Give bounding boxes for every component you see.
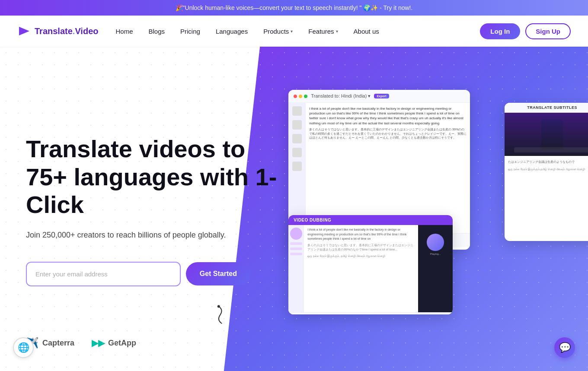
person-silhouette (541, 119, 563, 149)
svg-marker-0 (19, 27, 29, 35)
logo-text: Translate.Video (35, 26, 98, 36)
avatar (427, 234, 444, 251)
chat-button[interactable]: 💬 (554, 337, 575, 358)
globe-button[interactable]: 🌐 (13, 337, 34, 358)
hero-left: Translate videos to 75+ languages with 1… (0, 101, 306, 320)
nav-links: Home Blogs Pricing Languages Products ▾ … (115, 28, 480, 35)
dubbing-line-2: 多くの人はそうではないと思います。基本的に工場のデザインまたはエンジニアリング会… (307, 243, 415, 252)
mockup-header: Translated to: Hindi (India) ▾ Export (288, 90, 470, 103)
mockup-subtitles: TRANSLATE SUBTITLES たはエンジニアリング会議は生産のようなも… (505, 103, 588, 241)
minimize-dot (299, 95, 302, 98)
nav-link-pricing[interactable]: Pricing (180, 28, 200, 35)
subtitles-video (505, 113, 588, 156)
subtitles-video-inner (505, 113, 588, 156)
hero-cta: Get Started (26, 262, 251, 286)
maximize-dot (304, 95, 307, 98)
sidebar-item-5 (292, 162, 302, 171)
subtitle-line-2: ஒரு நல்ல நேரம் இருக்கும்,தமிழ் மொழி மிகவ… (508, 167, 588, 171)
features-chevron-icon: ▾ (336, 29, 338, 34)
sidebar-item-4 (292, 148, 302, 157)
mockup-container: Translated to: Hindi (India) ▾ Export (288, 90, 588, 332)
subtitle-line-1: たはエンジニアリング会議は生産のようなもので (508, 159, 588, 164)
globe-icon: 🌐 (18, 342, 29, 353)
mockup-header-label: Translated to: Hindi (India) ▾ (311, 93, 371, 99)
get-started-button[interactable]: Get Started (186, 262, 251, 285)
nav-link-products[interactable]: Products ▾ (263, 28, 293, 35)
hero-right: Translated to: Hindi (India) ▾ Export (306, 81, 588, 340)
mockup-export-btn[interactable]: Export (374, 94, 389, 98)
dubbing-controls: ⏮ ⏸ ⏭ 00:01:41 / 00:09:23 (288, 312, 453, 314)
dubbing-preview: Playing... (418, 225, 453, 312)
nav-link-about[interactable]: About us (354, 28, 379, 35)
subtitles-text: たはエンジニアリング会議は生産のようなもので ஒரு நல்ல நேரம் இர… (505, 156, 588, 175)
logo-icon (17, 24, 31, 38)
window-controls (294, 95, 307, 98)
nav-link-home[interactable]: Home (115, 28, 133, 35)
chat-icon: 💬 (559, 342, 571, 353)
dubbing-body: I think a lot of people don't like me ba… (288, 225, 453, 312)
scroll-squiggle (205, 300, 236, 333)
sidebar-item-2 (292, 120, 302, 130)
dubbing-sidebar (288, 225, 304, 312)
top-banner: 🎉"Unlock human-like voices—convert your … (0, 0, 588, 16)
nav-link-features[interactable]: Features ▾ (308, 28, 338, 35)
close-dot (294, 95, 297, 98)
nav-buttons: Log In Sign Up (480, 23, 571, 39)
dubbing-line-1: I think a lot of people don't like me ba… (307, 228, 415, 241)
email-input[interactable] (26, 262, 181, 286)
dubbing-header: VIDEO DUBBING (288, 215, 453, 225)
dubbing-line-3: ஒரு நல்ல நேரம் இருக்கும், தமிழ் மொழி மிக… (307, 254, 415, 259)
dubbing-content: I think a lot of people don't like me ba… (304, 225, 418, 312)
products-chevron-icon: ▾ (291, 29, 293, 34)
nav-link-languages[interactable]: Languages (216, 28, 248, 35)
navbar: Translate.Video Home Blogs Pricing Langu… (0, 16, 588, 47)
signup-button[interactable]: Sign Up (525, 23, 571, 39)
nav-link-blogs[interactable]: Blogs (149, 28, 165, 35)
mockup-dubbing: VIDEO DUBBING I think a lot of people (288, 215, 453, 314)
hero-content: Translate videos to 75+ languages with 1… (0, 47, 588, 371)
login-button[interactable]: Log In (480, 23, 520, 39)
editor-line-en: I think a lot of people don't like me ba… (309, 106, 467, 126)
banner-text: 🎉"Unlock human-like voices—convert your … (176, 4, 413, 11)
hero-subtitle: Join 250,000+ creators to reach billions… (26, 229, 288, 241)
hero-title: Translate videos to 75+ languages with 1… (26, 135, 288, 219)
hero-section: Translate videos to 75+ languages with 1… (0, 47, 588, 371)
sidebar-item-3 (292, 134, 302, 143)
editor-line-jp: 多くの人はそうではないと思います。基本的に工場のデザインまたはエンジニアリング会… (309, 127, 467, 140)
mockup-editor: I think a lot of people don't like me ba… (306, 103, 470, 233)
subtitles-header: TRANSLATE SUBTITLES (505, 103, 588, 113)
logo[interactable]: Translate.Video (17, 24, 98, 38)
sidebar-item-1 (292, 106, 302, 116)
